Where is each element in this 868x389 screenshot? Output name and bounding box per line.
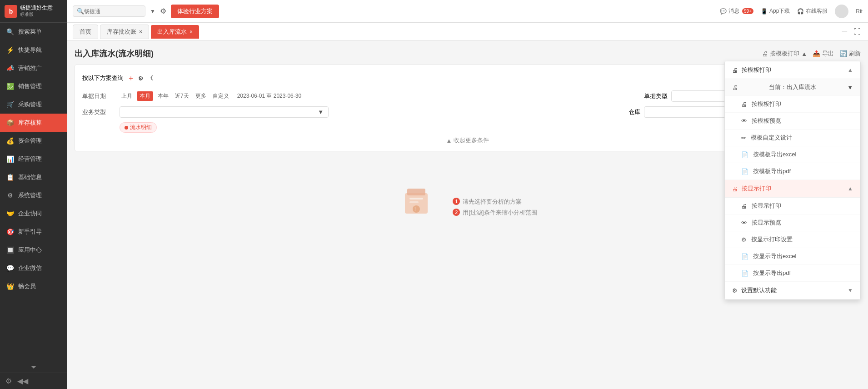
tab-expand-btn[interactable]: ⛶ — [852, 26, 863, 38]
app-download-btn[interactable]: 📱 App下载 — [761, 7, 790, 15]
sidebar-item-purchase[interactable]: 🛒 采购管理 — [0, 95, 67, 114]
search-chevron-icon[interactable]: ▼ — [150, 8, 155, 15]
date-shortcut-this-month[interactable]: 本月 — [137, 91, 153, 101]
tab-batch-ledger[interactable]: 库存批次账 × — [100, 25, 149, 39]
date-shortcut-more[interactable]: 更多 — [194, 91, 208, 101]
sidebar-label-sales: 销售管理 — [18, 82, 42, 90]
display-print-label: 按显示打印 — [752, 202, 781, 210]
sidebar-item-search[interactable]: 🔍 搜索菜单 — [0, 23, 67, 41]
display-excel-label: 按显示导出excel — [753, 252, 796, 260]
display-print-settings-item[interactable]: ⚙ 按显示打印设置 — [725, 231, 860, 248]
tab-batch-ledger-close[interactable]: × — [139, 29, 142, 35]
tab-flow-close[interactable]: × — [190, 29, 193, 35]
display-print-item[interactable]: 🖨 按显示打印 — [725, 198, 860, 214]
display-pdf-item[interactable]: 📄 按显示导出pdf — [725, 265, 860, 282]
display-preview-item[interactable]: 👁 按显示预览 — [725, 214, 860, 231]
display-excel-item[interactable]: 📄 按显示导出excel — [725, 248, 860, 265]
filter-tag-chip[interactable]: 流水明细 — [120, 122, 157, 133]
sidebar-item-system[interactable]: ⚙ 系统管理 — [0, 186, 67, 204]
filter-collapse-icon[interactable]: 《 — [147, 74, 153, 82]
sidebar-item-apps[interactable]: 🔲 应用中心 — [0, 241, 67, 259]
sidebar-item-finance[interactable]: 💰 资金管理 — [0, 132, 67, 150]
sidebar-item-marketing[interactable]: 📣 营销推广 — [0, 59, 67, 77]
service-btn[interactable]: 🎧 在线客服 — [797, 7, 828, 15]
date-range: 2023-06-01 至 2023-06-30 — [237, 92, 301, 100]
display-pdf-label: 按显示导出pdf — [753, 269, 791, 277]
topbar-right: 💬 消息 99+ 📱 App下载 🎧 在线客服 Rit — [720, 5, 863, 18]
sidebar-label-purchase: 采购管理 — [18, 100, 42, 109]
date-shortcut-prev-month[interactable]: 上月 — [120, 91, 134, 101]
sidebar-item-corp[interactable]: 🤝 企业协同 — [0, 204, 67, 223]
date-shortcut-custom[interactable]: 自定义 — [211, 91, 231, 101]
default-settings-header[interactable]: ⚙ 设置默认功能 ▼ — [725, 282, 860, 299]
sidebar-item-sales[interactable]: 💹 销售管理 — [0, 77, 67, 95]
display-preview-icon: 👁 — [741, 219, 747, 226]
date-shortcut-this-year[interactable]: 本年 — [156, 91, 170, 101]
user-avatar[interactable] — [835, 5, 848, 18]
sidebar-scroll-down[interactable] — [0, 362, 67, 373]
export-btn[interactable]: 📤 导出 — [813, 50, 834, 58]
biz-type-select[interactable]: ▼ — [120, 106, 329, 118]
sidebar-item-operations[interactable]: 📊 经营管理 — [0, 150, 67, 168]
sidebar: b 畅捷通好生意 标准版 🔍 搜索菜单 ⚡ 快捷导航 📣 营销推广 💹 销售管理… — [0, 0, 67, 389]
app-name: 畅捷通好生意 — [20, 5, 53, 12]
sidebar-item-wechat[interactable]: 💬 企业微信 — [0, 259, 67, 277]
tab-flow-label: 出入库流水 — [157, 28, 187, 36]
tab-flow[interactable]: 出入库流水 × — [151, 25, 199, 39]
template-print-item[interactable]: 🖨 按模板打印 — [725, 96, 860, 113]
sidebar-item-guide[interactable]: 🎯 新手引导 — [0, 223, 67, 241]
svg-rect-3 — [409, 201, 419, 203]
template-pdf-item[interactable]: 📄 按模板导出pdf — [725, 163, 860, 180]
display-print-section-header[interactable]: 🖨 按显示打印 ▲ — [725, 180, 860, 198]
current-template-chevron: ▼ — [847, 84, 853, 91]
topbar-gear-icon[interactable]: ⚙ — [160, 7, 166, 15]
current-template-item[interactable]: 🖨 当前：出入库流水 ▼ — [725, 79, 860, 96]
template-excel-item[interactable]: 📄 按模板导出excel — [725, 146, 860, 163]
sidebar-icon-guide: 🎯 — [5, 227, 15, 236]
username[interactable]: Rit — [856, 8, 863, 15]
template-print-section-header[interactable]: 🖨 按模板打印 ▲ — [725, 61, 860, 79]
tab-min-btn[interactable]: ─ — [840, 26, 849, 38]
display-print-settings-icon: ⚙ — [741, 236, 747, 243]
print-icon: 🖨 — [762, 50, 768, 57]
sidebar-label-search: 搜索菜单 — [18, 28, 42, 36]
template-design-item[interactable]: ✏ 模板自定义设计 — [725, 130, 860, 146]
sidebar-icon-member: 👑 — [5, 282, 15, 291]
template-print-items: 🖨 当前：出入库流水 ▼ 🖨 按模板打印 👁 按模板预览 ✏ 模板自定义设计 — [725, 79, 860, 180]
tag-chip-dot — [125, 126, 128, 130]
date-shortcut-7days[interactable]: 近7天 — [173, 91, 191, 101]
template-preview-item[interactable]: 👁 按模板预览 — [725, 113, 860, 130]
sidebar-icon-operations: 📊 — [5, 155, 15, 164]
biz-type-label: 业务类型 — [82, 108, 114, 116]
collapse-icon[interactable]: ◀◀ — [17, 377, 28, 385]
default-settings-icon: ⚙ — [732, 287, 738, 294]
print-btn[interactable]: 🖨 按模板打印 ▲ — [762, 50, 807, 58]
sidebar-item-basic[interactable]: 📋 基础信息 — [0, 168, 67, 186]
settings-icon[interactable]: ⚙ — [5, 377, 12, 385]
template-print-item-icon: 🖨 — [741, 101, 747, 108]
trial-btn[interactable]: 体验行业方案 — [171, 5, 219, 18]
sidebar-item-inventory[interactable]: 📦 库存核算 — [0, 114, 67, 132]
dropdown-panel: 🖨 按模板打印 ▲ 🖨 当前：出入库流水 ▼ 🖨 按模板打印 👁 按模板预览 — [724, 61, 861, 300]
sidebar-icon-purchase: 🛒 — [5, 100, 15, 109]
sidebar-label-apps: 应用中心 — [18, 246, 42, 254]
filter-add-btn[interactable]: ＋ — [127, 74, 135, 83]
filter-settings-icon[interactable]: ⚙ — [138, 75, 144, 82]
sidebar-label-member: 畅会员 — [18, 282, 36, 290]
message-btn[interactable]: 💬 消息 99+ — [720, 7, 753, 15]
sidebar-item-shortcut[interactable]: ⚡ 快捷导航 — [0, 41, 67, 59]
search-input[interactable] — [84, 8, 139, 15]
sidebar-label-finance: 资金管理 — [18, 137, 42, 145]
app-label: App下载 — [769, 7, 790, 15]
search-icon: 🔍 — [77, 8, 84, 15]
sidebar-label-operations: 经营管理 — [18, 155, 42, 163]
sidebar-label-wechat: 企业微信 — [18, 264, 42, 272]
topbar-search[interactable]: 🔍 — [73, 5, 145, 17]
svg-text:!: ! — [414, 207, 416, 212]
print-label: 按模板打印 — [770, 50, 799, 58]
sidebar-item-member[interactable]: 👑 畅会员 — [0, 277, 67, 295]
display-print-section-icon: 🖨 — [732, 185, 738, 192]
display-pdf-icon: 📄 — [741, 270, 748, 277]
refresh-btn[interactable]: 🔄 刷新 — [839, 50, 861, 58]
tab-home[interactable]: 首页 — [73, 25, 98, 39]
